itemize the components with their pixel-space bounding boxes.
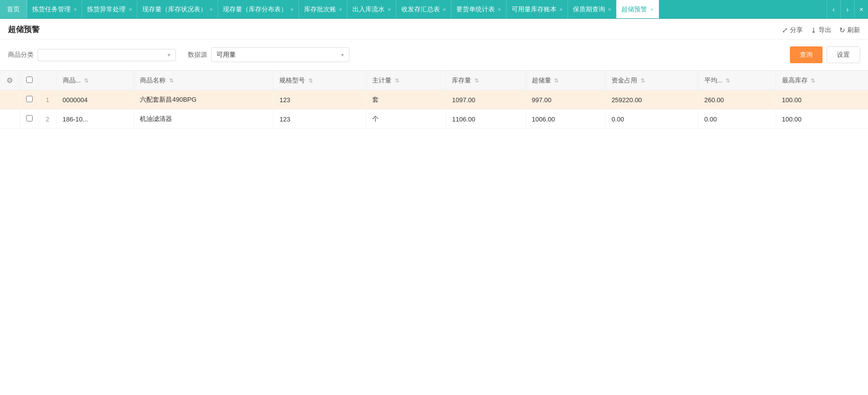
select-all-checkbox[interactable] (26, 77, 33, 83)
tab-tab9[interactable]: 可用量库存账本 × (507, 0, 568, 18)
col-code-header[interactable]: 商品... ⇅ (56, 71, 134, 90)
col-unit-header[interactable]: 主计量 ⇅ (366, 71, 446, 90)
export-icon: ⤓ (811, 26, 817, 34)
row-checkbox-cell[interactable] (20, 110, 39, 129)
row-num-cell: 1 (39, 90, 56, 110)
export-label: 导出 (819, 26, 831, 35)
tab-tab4[interactable]: 现存量（库存分布表） × (218, 0, 299, 18)
tab-tab7[interactable]: 收发存汇总表 × (396, 0, 451, 18)
col-name-sort-icon: ⇅ (169, 78, 174, 83)
export-button[interactable]: ⤓ 导出 (811, 26, 831, 35)
home-tab[interactable]: 首页 (0, 0, 27, 18)
tab-close-icon[interactable]: × (290, 6, 293, 12)
col-stock-header[interactable]: 库存量 ⇅ (446, 71, 525, 90)
col-stock-label: 库存量 (452, 77, 471, 84)
tab-label: 要货单统计表 (456, 5, 495, 14)
col-over-label: 超储量 (532, 77, 551, 84)
refresh-button[interactable]: ↻ 刷新 (839, 26, 860, 35)
tab-tab11[interactable]: 超储预警 × (616, 0, 658, 18)
page-header: 超储预警 ⤢ 分享 ⤓ 导出 ↻ 刷新 (0, 19, 868, 40)
row-code-cell: 0000004 (56, 90, 134, 110)
settings-button[interactable]: 设置 (826, 46, 860, 63)
table-header-row: ⚙ 商品... ⇅ 商品名称 ⇅ 规格型号 (0, 71, 868, 90)
tab-close-icon[interactable]: × (388, 6, 391, 12)
col-unit-label: 主计量 (372, 77, 391, 84)
col-stock-sort-icon: ⇅ (475, 78, 479, 83)
row-name-cell: 机油滤清器 (134, 110, 273, 129)
table-row: 2 186-10... 机油滤清器 123 个 1106.00 1006.00 … (0, 110, 868, 129)
filter-row: 商品分类 ▾ 数据源 可用量 ▾ 查询 设置 (0, 40, 868, 71)
tab-close-icon[interactable]: × (650, 6, 653, 12)
datasource-filter: 数据源 可用量 ▾ (188, 47, 349, 62)
share-button[interactable]: ⤢ 分享 (782, 26, 803, 35)
tab-tab3[interactable]: 现存量（库存状况表） × (137, 0, 218, 18)
col-check-header (20, 71, 39, 90)
category-select[interactable]: ▾ (38, 49, 176, 61)
col-capital-sort-icon: ⇅ (641, 78, 645, 83)
row-over-cell: 1006.00 (525, 110, 605, 129)
tab-label: 收发存汇总表 (401, 5, 440, 14)
row-stock-cell: 1097.00 (446, 90, 525, 110)
datasource-label: 数据源 (188, 50, 207, 59)
category-label: 商品分类 (8, 50, 34, 59)
tab-close-icon[interactable]: × (129, 6, 131, 12)
page-title: 超储预警 (8, 25, 40, 35)
row-checkbox[interactable] (26, 115, 33, 121)
col-unit-sort-icon: ⇅ (395, 78, 399, 83)
share-icon: ⤢ (782, 26, 788, 34)
row-checkbox[interactable] (26, 96, 33, 102)
datasource-select[interactable]: 可用量 ▾ (211, 47, 349, 62)
col-spec-label: 规格型号 (279, 77, 305, 84)
tab-label: 出入库流水 (352, 5, 385, 14)
tab-tab8[interactable]: 要货单统计表 × (451, 0, 506, 18)
row-unit-cell: 套 (366, 90, 446, 110)
col-code-label: 商品... (63, 77, 81, 84)
row-max-cell: 100.00 (776, 90, 868, 110)
refresh-label: 刷新 (847, 26, 860, 35)
col-avg-label: 平均... (704, 77, 723, 84)
table-row: 1 0000004 六配套新昌490BPG 123 套 1097.00 997.… (0, 90, 868, 110)
nav-close-btn[interactable]: × (854, 0, 868, 18)
table-gear-icon[interactable]: ⚙ (6, 76, 13, 84)
row-settings-cell (0, 110, 20, 129)
tab-tab6[interactable]: 出入库流水 × (347, 0, 396, 18)
tab-close-icon[interactable]: × (339, 6, 342, 12)
col-avg-sort-icon: ⇅ (726, 78, 730, 83)
col-over-header[interactable]: 超储量 ⇅ (525, 71, 605, 90)
row-unit-cell: 个 (366, 110, 446, 129)
row-capital-cell: 259220.00 (606, 90, 698, 110)
query-button[interactable]: 查询 (790, 46, 823, 63)
tab-tab2[interactable]: 拣货异常处理 × (82, 0, 137, 18)
tab-label: 现存量（库存分布表） (223, 5, 287, 14)
col-spec-sort-icon: ⇅ (308, 78, 313, 83)
datasource-select-value: 可用量 (217, 50, 236, 59)
row-avg-cell: 260.00 (698, 90, 776, 110)
tab-close-icon[interactable]: × (74, 6, 77, 12)
tab-tab5[interactable]: 库存批次账 × (299, 0, 347, 18)
col-avg-header[interactable]: 平均... ⇅ (698, 71, 776, 90)
tab-tab1[interactable]: 拣货任务管理 × (27, 0, 82, 18)
tab-close-icon[interactable]: × (210, 6, 213, 12)
tab-close-icon[interactable]: × (608, 6, 611, 12)
tab-close-icon[interactable]: × (498, 6, 501, 12)
tab-close-icon[interactable]: × (443, 6, 446, 12)
col-over-sort-icon: ⇅ (554, 78, 559, 83)
row-checkbox-cell[interactable] (20, 90, 39, 110)
nav-prev-btn[interactable]: ‹ (826, 0, 840, 18)
col-name-header[interactable]: 商品名称 ⇅ (134, 71, 273, 90)
filter-actions: 查询 设置 (790, 46, 860, 63)
home-label: 首页 (7, 5, 20, 14)
table-wrapper: ⚙ 商品... ⇅ 商品名称 ⇅ 规格型号 (0, 71, 868, 129)
tab-label: 拣货任务管理 (32, 5, 71, 14)
share-label: 分享 (790, 26, 803, 35)
col-spec-header[interactable]: 规格型号 ⇅ (273, 71, 366, 90)
col-max-header[interactable]: 最高库存 ⇅ (776, 71, 868, 90)
col-capital-header[interactable]: 资金占用 ⇅ (606, 71, 698, 90)
nav-next-btn[interactable]: › (840, 0, 854, 18)
col-max-label: 最高库存 (782, 77, 808, 84)
tab-tab10[interactable]: 保质期查询 × (568, 0, 616, 18)
topbar-nav-arrows: ‹ › × (826, 0, 868, 18)
tab-close-icon[interactable]: × (560, 6, 563, 12)
col-max-sort-icon: ⇅ (811, 78, 815, 83)
topbar: 首页 拣货任务管理 ×拣货异常处理 ×现存量（库存状况表） ×现存量（库存分布表… (0, 0, 868, 19)
